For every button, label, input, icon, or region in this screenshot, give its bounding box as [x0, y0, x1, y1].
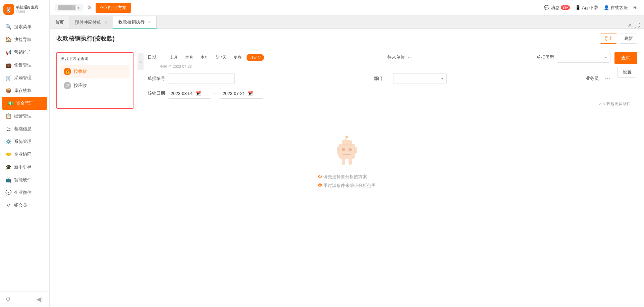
solution-button[interactable]: 休闲行业方案: [96, 3, 131, 13]
maximize-icon[interactable]: ⛶: [635, 22, 640, 29]
collapse-more-btn[interactable]: ∧∧ 收起更多条件: [599, 101, 631, 107]
system-icon: ⚙️: [5, 139, 11, 145]
online-service-area[interactable]: 👤 在线客服: [604, 5, 628, 11]
sidebar-item-finance-label: 资金管理: [16, 100, 34, 106]
btn-more-dates[interactable]: 更多: [231, 54, 245, 61]
sidebar-item-sales[interactable]: 💼 销售管理: [0, 59, 49, 71]
sidebar-item-sales-label: 销售管理: [14, 62, 32, 68]
offset-start-value: 2023-03-01: [171, 91, 193, 96]
dept-select[interactable]: ▾: [393, 73, 447, 84]
page: 收款核销执行(按收款) 导出 刷新 按以下方案查询 💰 按收款 ⏱: [50, 29, 644, 307]
sidebar-item-purchase[interactable]: 🛒 采购管理: [0, 71, 49, 84]
sidebar-item-finance[interactable]: 💵 资金管理: [2, 97, 47, 110]
tab-receipt-offset-close-icon[interactable]: ✕: [148, 20, 151, 24]
operations-icon: 📋: [5, 113, 11, 119]
service-icon: 👤: [604, 5, 609, 10]
by-receipt-label: 按收款: [74, 68, 87, 74]
svg-rect-7: [342, 159, 345, 165]
svg-rect-8: [348, 159, 352, 165]
sidebar-collapse-icon[interactable]: ◀‖: [36, 296, 44, 303]
offset-date-end-input[interactable]: 2023-07-21 📅: [220, 88, 263, 99]
filter-panel-collapse-btn[interactable]: »: [138, 53, 144, 70]
app-name: 畅捷通好生意: [16, 5, 38, 9]
basicinfo-icon: 🗂: [5, 126, 11, 132]
counterpart-field: 往来单位 ···: [387, 54, 413, 60]
refresh-button[interactable]: 刷新: [620, 34, 637, 44]
message-area[interactable]: 💬 消息 99+: [544, 5, 570, 11]
svg-rect-6: [354, 147, 357, 154]
sidebar-item-vip[interactable]: V 畅会员: [0, 199, 49, 212]
sidebar-item-wechat[interactable]: 💬 企业微信: [0, 186, 49, 199]
date-label: 日期: [148, 54, 164, 60]
sidebar-item-quicknav[interactable]: 🏠 快捷导航: [0, 33, 49, 46]
svg-point-2: [342, 148, 345, 151]
tab-prepay[interactable]: 预付冲应付单 ✕: [69, 16, 113, 29]
btn-custom-date[interactable]: 自定义: [247, 54, 264, 61]
page-header: 收款核销执行(按收款) 导出 刷新: [50, 29, 644, 47]
btn-this-year[interactable]: 本年: [198, 54, 211, 61]
settings-gear-icon[interactable]: ⚙: [5, 296, 11, 303]
sidebar-item-marketing-label: 营销推广: [14, 49, 32, 55]
svg-point-10: [345, 136, 348, 138]
marketing-icon: 📢: [5, 49, 11, 55]
tab-window-controls: ✕ ⛶: [628, 22, 644, 29]
date-field: 日期 上月 本月 本年 近7天 更多 自定义: [148, 54, 264, 61]
sidebar-item-search-label: 搜索菜单: [14, 24, 32, 30]
user-name[interactable]: Rit: [633, 5, 639, 10]
btn-last-7days[interactable]: 近7天: [213, 54, 229, 61]
sidebar-item-search[interactable]: 🔍 搜索菜单: [0, 20, 49, 33]
counterpart-dots-btn[interactable]: ···: [408, 54, 413, 60]
dept-label: 部门: [374, 75, 390, 82]
doctype-arrow-icon: ▾: [605, 56, 607, 59]
offset-date-field: 核销日期 2023-03-01 📅 —: [148, 88, 263, 99]
sidebar-item-hardware[interactable]: 📺 智能硬件: [0, 173, 49, 186]
docno-field: 单据编号: [148, 73, 235, 84]
close-window-icon[interactable]: ✕: [628, 22, 632, 29]
tab-bar: 首页 预付冲应付单 ✕ 收款核销执行 ✕ ✕ ⛶: [50, 15, 644, 29]
offset-end-value: 2023-07-21: [223, 91, 245, 96]
staff-dots-btn[interactable]: ···: [605, 75, 610, 82]
form-row-2: 单据编号 部门 ▾: [148, 73, 610, 84]
tab-home[interactable]: 首页: [50, 16, 69, 29]
topbar-right: 💬 消息 99+ 📱 App下载 👤 在线客服 Rit: [544, 5, 639, 11]
filter-option-by-receipt[interactable]: 💰 按收款: [60, 65, 129, 78]
setting-button[interactable]: 设置: [617, 67, 637, 78]
sidebar-item-inventory-label: 库存核算: [14, 88, 32, 94]
btn-this-month[interactable]: 本月: [182, 54, 196, 61]
docno-input[interactable]: [168, 73, 235, 84]
btn-last-month[interactable]: 上月: [167, 54, 180, 61]
tab-prepay-close-icon[interactable]: ✕: [104, 20, 107, 25]
form-row-date-hint: 不限 至 2023-07-26: [148, 64, 610, 69]
query-button[interactable]: 查询: [614, 52, 637, 64]
sidebar-item-wechat-label: 企业微信: [14, 190, 32, 196]
tab-receipt-offset-label: 收款核销执行: [118, 19, 145, 25]
collapse-more-label: 收起更多条件: [606, 101, 631, 106]
offset-date-start-input[interactable]: 2023-03-01 📅: [168, 88, 211, 99]
sidebar-item-operations[interactable]: 📋 经营管理: [0, 110, 49, 122]
company-name: ██████: [58, 5, 75, 10]
app-download-area[interactable]: 📱 App下载: [575, 5, 598, 11]
topbar-gear-icon[interactable]: ⚙: [87, 4, 92, 11]
inventory-icon: 📦: [5, 88, 11, 94]
sales-icon: 💼: [5, 62, 11, 68]
sidebar-item-inventory[interactable]: 📦 库存核算: [0, 84, 49, 97]
by-receipt-icon: 💰: [64, 68, 71, 75]
export-button[interactable]: 导出: [600, 34, 617, 44]
filter-option-by-receivable[interactable]: ⏱ 按应收: [60, 79, 129, 92]
sidebar-bottom: ⚙ ◀‖: [0, 291, 49, 307]
sidebar-item-enterprise-label: 企业协同: [14, 151, 32, 157]
chevron-up-icon: ∧∧: [599, 101, 605, 106]
sidebar-item-system[interactable]: ⚙️ 系统管理: [0, 135, 49, 148]
sidebar-item-guide-label: 新手引导: [14, 164, 32, 170]
sidebar-item-marketing[interactable]: 📢 营销推广: [0, 46, 49, 59]
query-form: 日期 上月 本月 本年 近7天 更多 自定义: [148, 52, 637, 109]
dropdown-chevron-icon[interactable]: ▾: [77, 5, 79, 10]
sidebar-item-enterprise[interactable]: 🤝 企业协同: [0, 148, 49, 161]
doctype-select[interactable]: ▾: [557, 52, 610, 63]
app-edition: 标准版: [16, 10, 38, 14]
tab-receipt-offset[interactable]: 收款核销执行 ✕: [113, 16, 157, 29]
sidebar-item-guide[interactable]: 🎓 新手引导: [0, 161, 49, 173]
svg-rect-4: [343, 154, 351, 155]
hardware-icon: 📺: [5, 177, 11, 183]
sidebar-item-basicinfo[interactable]: 🗂 基础信息: [0, 122, 49, 135]
